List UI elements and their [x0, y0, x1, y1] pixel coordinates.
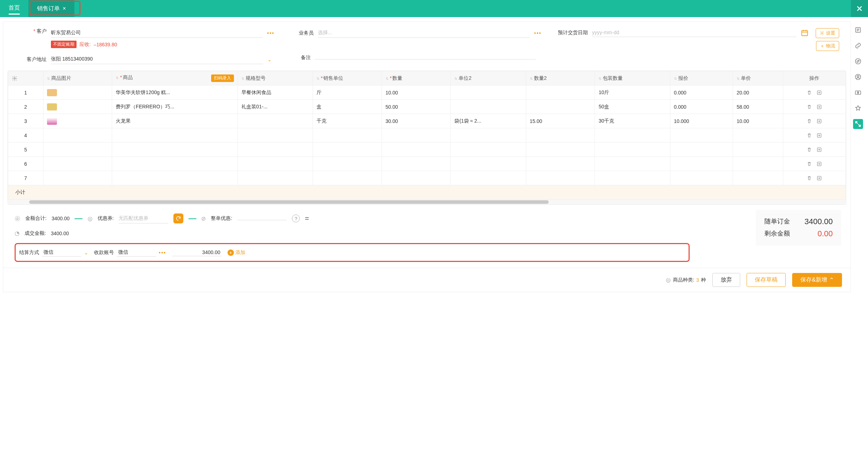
cell-quote[interactable]: 10.000	[670, 114, 733, 128]
tab-sales-order[interactable]: 销售订单 ×	[28, 0, 74, 17]
cell-image[interactable]	[43, 157, 112, 171]
cell-qty2[interactable]	[526, 143, 595, 157]
cell-pack-qty[interactable]	[595, 171, 670, 185]
delete-row-icon[interactable]	[806, 90, 812, 96]
sidebar-money-icon[interactable]	[853, 88, 863, 98]
cell-sale-unit[interactable]: 千克	[313, 114, 382, 128]
tab-home[interactable]: 首页	[0, 0, 28, 17]
cell-pack-qty[interactable]	[595, 157, 670, 171]
cell-spec[interactable]: 早餐休闲食品	[237, 86, 313, 100]
horizontal-scrollbar[interactable]	[8, 200, 846, 205]
sidebar-list-icon[interactable]	[853, 25, 863, 35]
col-product[interactable]: ⇅*商品 扫码录入	[112, 71, 237, 86]
delete-row-icon[interactable]	[806, 147, 812, 153]
cell-sale-unit[interactable]: 盒	[313, 100, 382, 114]
sidebar-swap-icon[interactable]	[853, 56, 863, 66]
add-row-icon[interactable]	[816, 175, 822, 181]
table-row[interactable]: 1华美华夫软饼1200g 糕...早餐休闲食品斤10.0010斤0.00020.…	[8, 86, 846, 100]
cell-qty2[interactable]	[526, 157, 595, 171]
cell-pack-qty[interactable]: 50盒	[595, 100, 670, 114]
refresh-button[interactable]	[173, 213, 183, 223]
account-more-icon[interactable]: •••	[159, 250, 166, 256]
cell-sale-unit[interactable]	[313, 171, 382, 185]
cell-image[interactable]	[43, 143, 112, 157]
delete-row-icon[interactable]	[806, 133, 812, 138]
cell-product[interactable]	[112, 157, 237, 171]
cell-price[interactable]: 20.00	[733, 86, 783, 100]
sidebar-expand-icon[interactable]	[853, 119, 863, 129]
close-icon[interactable]: ×	[63, 5, 66, 12]
cell-quote[interactable]	[670, 143, 733, 157]
logistics-button[interactable]: ＋ 物流	[816, 41, 839, 51]
delete-row-icon[interactable]	[806, 161, 812, 167]
table-row[interactable]: 2费列罗（FERRERO）巧...礼盒装01-...盒50.0050盒0.000…	[8, 100, 846, 114]
cell-qty2[interactable]	[526, 100, 595, 114]
chevron-down-icon[interactable]: ⌄	[84, 250, 88, 256]
salesman-more-icon[interactable]: •••	[534, 30, 542, 36]
cell-image[interactable]	[43, 114, 112, 128]
delete-row-icon[interactable]	[806, 118, 812, 124]
customer-more-icon[interactable]: •••	[267, 30, 274, 36]
cell-spec[interactable]: 礼盒装01-...	[237, 100, 313, 114]
cell-qty2[interactable]	[526, 86, 595, 100]
cell-qty[interactable]: 10.00	[382, 86, 451, 100]
cell-unit2[interactable]	[451, 157, 526, 171]
cell-qty[interactable]	[382, 157, 451, 171]
cell-sale-unit[interactable]	[313, 157, 382, 171]
scrollbar-thumb[interactable]	[29, 200, 549, 204]
cell-sale-unit[interactable]: 斤	[313, 86, 382, 100]
add-row-icon[interactable]	[816, 90, 822, 96]
cell-qty[interactable]	[382, 128, 451, 143]
cell-price[interactable]	[733, 157, 783, 171]
payment-account-select[interactable]: 微信	[117, 248, 156, 257]
cell-price[interactable]	[733, 171, 783, 185]
cell-price[interactable]	[733, 128, 783, 143]
cell-price[interactable]	[733, 143, 783, 157]
cell-unit2[interactable]	[451, 128, 526, 143]
table-row[interactable]: 6	[8, 157, 846, 171]
cell-qty2[interactable]: 15.00	[526, 114, 595, 128]
cell-image[interactable]	[43, 100, 112, 114]
cell-quote[interactable]: 0.000	[670, 86, 733, 100]
cell-qty[interactable]	[382, 171, 451, 185]
sidebar-user-icon[interactable]	[853, 72, 863, 82]
save-draft-button[interactable]: 保存草稿	[747, 273, 786, 287]
address-input[interactable]: 张阳 18513400390	[51, 55, 263, 64]
scan-input-button[interactable]: 扫码录入	[211, 74, 234, 82]
save-and-new-button[interactable]: 保存&新增 ⌃	[792, 273, 842, 287]
cell-sale-unit[interactable]	[313, 128, 382, 143]
delete-row-icon[interactable]	[806, 104, 812, 110]
cell-image[interactable]	[43, 128, 112, 143]
calendar-icon[interactable]	[801, 29, 809, 37]
cell-spec[interactable]	[237, 157, 313, 171]
panel-close-button[interactable]	[851, 0, 868, 17]
cell-product[interactable]: 火龙果	[112, 114, 237, 128]
cell-quote[interactable]	[670, 128, 733, 143]
cell-unit2[interactable]	[451, 86, 526, 100]
payment-amount-input[interactable]: 3400.00	[172, 249, 222, 256]
cell-spec[interactable]	[237, 114, 313, 128]
customer-input[interactable]: 昕东贸易公司	[51, 28, 263, 38]
col-quote[interactable]: ⇅报价	[670, 71, 733, 86]
add-row-icon[interactable]	[816, 104, 822, 110]
payment-method-select[interactable]: 微信	[42, 248, 81, 257]
add-row-icon[interactable]	[816, 161, 822, 167]
add-row-icon[interactable]	[816, 118, 822, 124]
sidebar-star-icon[interactable]	[853, 103, 863, 113]
cell-spec[interactable]	[237, 171, 313, 185]
add-row-icon[interactable]	[816, 133, 822, 138]
cell-product[interactable]	[112, 128, 237, 143]
cell-quote[interactable]	[670, 171, 733, 185]
cell-pack-qty[interactable]	[595, 128, 670, 143]
col-sale-unit[interactable]: ⇅*销售单位	[313, 71, 382, 86]
table-row[interactable]: 5	[8, 143, 846, 157]
cell-product[interactable]	[112, 143, 237, 157]
cell-pack-qty[interactable]	[595, 143, 670, 157]
delivery-date-input[interactable]: yyyy-mm-dd	[592, 28, 796, 37]
add-payment-button[interactable]: + 添加	[228, 249, 245, 256]
col-pack-qty[interactable]: ⇅包装数量	[595, 71, 670, 86]
cell-image[interactable]	[43, 171, 112, 185]
col-image[interactable]: ⇅商品图片	[43, 71, 112, 86]
cell-unit2[interactable]	[451, 171, 526, 185]
cell-unit2[interactable]	[451, 100, 526, 114]
